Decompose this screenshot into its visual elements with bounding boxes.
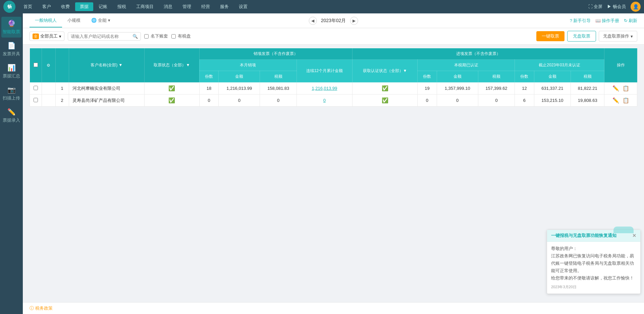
accumulated-header: 连续12个月累计金额 [297,60,352,82]
purchase-tax-header: 税额 [478,71,515,82]
user-avatar[interactable]: 👤 [631,2,641,12]
nav-home[interactable]: 首页 [19,2,37,11]
row2-checkbox [30,95,42,107]
tab-small-scale[interactable]: 小规模 [62,14,86,27]
employee-tag: 全 [33,34,39,39]
row1-edit-icon[interactable]: ✏️ [612,85,619,91]
nav-settings[interactable]: 设置 [234,2,252,11]
cancel-status-header: 取票状态（全部）▼ [144,48,199,82]
row1-num: 1 [55,82,69,95]
select-all-checkbox[interactable] [34,63,38,67]
open-invoice-icon: 📄 [7,42,16,50]
popup-decoration [613,227,634,233]
no-disk-ticket-operation-button[interactable]: 无盘取票操作 ▾ [599,31,637,42]
row2-uncert-tax: 19,808.63 [571,95,604,107]
dropdown-arrow-icon: ▾ [631,34,633,39]
vip-btn[interactable]: ▶ 畅会员 [607,4,626,10]
nav-client[interactable]: 客户 [38,2,56,11]
row1-uncert-tax: 81,822.21 [571,82,604,95]
ticket-entry-icon: ✏️ [7,108,16,116]
sidebar-item-ticket-entry[interactable]: ✏️ 票据录入 [1,105,21,126]
sidebar-item-open-invoice[interactable]: 📄 发票开具 [1,39,21,60]
checkbox-header [30,48,42,82]
nav-message[interactable]: 消息 [159,2,177,11]
row1-purchase-tax: 157,399.62 [478,82,515,95]
notification-date: 2023年3月20日 [551,284,636,290]
row1-sales-amount: 1,216,013.99 [219,82,260,95]
checkbox-own-accounts[interactable]: 名下账套 [144,33,168,39]
table-group-header-row: ⚙ 客户名称(全部) ▼ 取票状态（全部）▼ 销项发票（不含作废票） 进项发票（… [30,48,637,60]
fullscreen-btn[interactable]: ⛶ 全屏 [588,4,603,10]
policy-link[interactable]: ⓘ 税务政策 [30,305,53,311]
row2-settings [42,95,56,107]
search-input[interactable] [71,34,131,39]
nav-manage[interactable]: 管理 [178,2,196,11]
tax-disk-label: 有税盘 [178,33,191,39]
period-prev-button[interactable]: ◀ [309,17,317,25]
row1-cancel-check-icon: ✅ [168,85,175,91]
refresh-btn[interactable]: ↻ 刷新 [624,18,637,24]
search-icon: 🔍 [132,34,138,39]
top-right-area: ⛶ 全屏 ▶ 畅会员 👤 [588,2,641,12]
nav-business[interactable]: 工商项目 [131,2,158,11]
nav-tax[interactable]: 报税 [113,2,131,11]
tab-general-taxpayer[interactable]: 一般纳税人 [30,14,62,27]
row1-uncert-count: 12 [515,82,534,95]
nav-service[interactable]: 服务 [215,2,233,11]
row2-check[interactable] [34,98,38,102]
notification-popup: 一键报税与无盘取票功能恢复通知 ✕ 尊敬的用户： 江苏政务网已恢复访问电子税务局… [547,230,641,294]
manual-btn[interactable]: 📖 操作手册 [595,18,619,24]
row2-uncert-count: 6 [515,95,534,107]
current-month-header: 本月销项 [199,60,297,71]
settings-header: ⚙ [42,48,56,82]
sales-count-header: 份数 [199,71,218,82]
row2-edit-icon[interactable]: ✏️ [612,98,619,103]
checkbox-tax-disk[interactable]: 有税盘 [171,33,191,39]
tab-full-capability[interactable]: 🌐 全能 ▾ [86,14,116,27]
nav-fee[interactable]: 收费 [56,2,74,11]
period-next-button[interactable]: ▶ [350,17,358,25]
sidebar-label-smart-ticket: 智能取票 [3,29,20,35]
employee-filter[interactable]: 全 全部员工 ▾ [30,32,64,41]
uncert-count-header: 份数 [515,71,534,82]
row2-purchase-amount: 0 [437,95,478,107]
tab-bar-inner: 一般纳税人 小规模 🌐 全能 ▾ ◀ 2023年02月 ▶ ? 新手引导 📖 操… [30,14,637,27]
row1-accumulated: 1,216,013.99 [297,82,352,95]
row1-certify-status: ✅ [352,82,418,95]
row1-uncert-amount: 631,337.21 [534,82,571,95]
until-march-header: 截止2023年03月未认证 [515,60,604,71]
row1-accumulated-link[interactable]: 1,216,013.99 [312,86,337,91]
customer-name-header: 客户名称(全部) ▼ [69,48,144,82]
row2-cancel-check-icon: ✅ [168,98,175,103]
sidebar-item-summary[interactable]: 📊 票据汇总 [1,61,21,82]
certify-status-header: 获取认证状态（全部）▼ [352,60,418,82]
row1-view-icon[interactable]: 📋 [623,85,629,91]
nav-operation[interactable]: 经营 [197,2,215,11]
one-click-ticket-button[interactable]: 一键取票 [536,31,565,41]
employee-label: 全部员工 [40,33,58,39]
row1-sales-count: 18 [199,82,218,95]
sidebar-item-scan-upload[interactable]: 📷 扫描上传 [1,83,21,104]
table-body: 1 河北柯摩楠实业有限公司 ✅ 18 1,216,013.99 158,081.… [30,82,637,107]
row2-sales-tax: 0 [260,95,297,107]
row1-check[interactable] [34,86,38,90]
sidebar-label-ticket-entry: 票据录入 [3,117,20,123]
action-header: 操作 [604,48,637,82]
sidebar-item-smart-ticket[interactable]: 🔮 智能取票 [1,17,21,38]
no-disk-ticket-button[interactable]: 无盘取票 [567,31,596,42]
row2-accumulated-link[interactable]: 0 [323,98,326,103]
row2-view-icon[interactable]: 📋 [623,98,629,103]
own-accounts-checkbox[interactable] [144,34,149,39]
row1-settings [42,82,56,95]
tax-disk-checkbox[interactable] [171,34,176,39]
nav-bookkeeping[interactable]: 记账 [94,2,112,11]
row1-checkbox [30,82,42,95]
employee-chevron-icon: ▾ [59,34,61,39]
row1-actions: ✏️ 📋 [604,82,637,95]
sidebar-label-open-invoice: 发票开具 [3,51,20,57]
notification-close-button[interactable]: ✕ [632,233,636,238]
nav-invoice[interactable]: 票据 [75,2,93,11]
purchase-invoice-group-header: 进项发票（不含作废票） [352,48,604,60]
guide-btn[interactable]: ? 新手引导 [570,18,591,24]
bottom-bar: ⓘ 税务政策 [23,302,644,314]
